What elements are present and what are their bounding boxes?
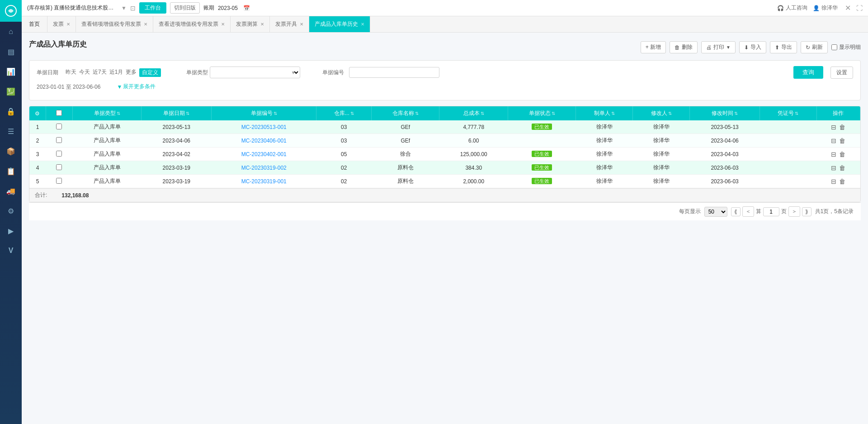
th-date[interactable]: 单据日期⇅ <box>142 106 212 120</box>
set-button[interactable]: 设置 <box>830 67 853 79</box>
select-all-checkbox[interactable] <box>56 110 62 116</box>
th-creator[interactable]: 制单人⇅ <box>576 106 633 120</box>
show-detail-toggle[interactable]: 显示明细 <box>831 43 861 51</box>
dropdown-icon[interactable]: ▼ <box>121 5 127 11</box>
tab-purchase-invoice[interactable]: 查看进项增值税专用发票 ✕ <box>153 16 231 33</box>
import-button[interactable]: ⬇ 导入 <box>739 41 766 53</box>
cell-checkbox-4[interactable] <box>46 161 73 175</box>
tab-open[interactable]: 发票开具 ✕ <box>270 16 309 33</box>
sidebar-item-home[interactable]: ⌂ <box>0 22 22 42</box>
prev-page-button[interactable]: ＜ <box>742 206 754 217</box>
th-number[interactable]: 单据编号⇅ <box>212 106 316 120</box>
th-type[interactable]: 单据类型⇅ <box>73 106 142 120</box>
th-voucher[interactable]: 凭证号⇅ <box>760 106 816 120</box>
cell-checkbox-5[interactable] <box>46 175 73 188</box>
tab-purchase-invoice-close[interactable]: ✕ <box>221 22 225 27</box>
row-checkbox-5[interactable] <box>56 178 62 184</box>
row-checkbox-3[interactable] <box>56 151 62 157</box>
cell-checkbox-2[interactable] <box>46 134 73 148</box>
service-button[interactable]: 🎧 人工咨询 <box>777 4 807 12</box>
cell-checkbox-3[interactable] <box>46 148 73 161</box>
workbench-button[interactable]: 工作台 <box>139 2 166 14</box>
cell-number-4[interactable]: MC-20230319-002 <box>212 161 316 175</box>
export-button[interactable]: ⬆ 导出 <box>770 41 797 53</box>
sidebar-item-list[interactable]: ☰ <box>0 121 22 141</box>
row-checkbox-2[interactable] <box>56 137 62 143</box>
sidebar-item-media[interactable]: ▶ <box>0 221 22 241</box>
new-button[interactable]: + 新增 <box>641 41 666 53</box>
sidebar-item-settings[interactable]: ⚙ <box>0 201 22 221</box>
tab-history[interactable]: 产成品入库单历史 ✕ <box>309 16 370 33</box>
edit-icon-5[interactable]: ⊟ <box>831 178 836 185</box>
window-close-button[interactable]: ✕ <box>845 4 851 12</box>
page-input[interactable] <box>763 207 779 216</box>
print-dropdown-icon[interactable]: ▼ <box>726 45 731 50</box>
cell-number-3[interactable]: MC-20230402-001 <box>212 148 316 161</box>
th-total-cost[interactable]: 总成本⇅ <box>439 106 508 120</box>
tab-sales-invoice[interactable]: 查看销项增值税专用发票 ✕ <box>76 16 153 33</box>
th-settings[interactable]: ⚙ <box>29 106 46 120</box>
cell-number-2[interactable]: MC-20230406-001 <box>212 134 316 148</box>
th-warehouse-name[interactable]: 仓库名称⇅ <box>372 106 439 120</box>
th-modifier[interactable]: 修改人⇅ <box>633 106 690 120</box>
switch-button[interactable]: 切到旧版 <box>170 2 200 14</box>
calendar-icon[interactable]: 📅 <box>243 5 250 11</box>
shortcut-today[interactable]: 今天 <box>79 68 90 77</box>
shortcut-7days[interactable]: 近7天 <box>93 68 107 77</box>
shortcut-1month[interactable]: 近1月 <box>109 68 123 77</box>
copy-icon[interactable]: ⊡ <box>130 5 136 12</box>
shortcut-custom[interactable]: 自定义 <box>139 68 161 77</box>
first-page-button[interactable]: ⟪ <box>731 207 741 216</box>
expand-button[interactable]: ▼ 展开更多条件 <box>117 83 156 91</box>
tab-open-close[interactable]: ✕ <box>300 22 303 27</box>
cell-number-5[interactable]: MC-20230319-001 <box>212 175 316 188</box>
tab-home[interactable]: 首页 <box>22 16 47 33</box>
doc-link-1[interactable]: MC-20230513-001 <box>241 124 287 130</box>
next-page-button[interactable]: ＞ <box>788 206 800 217</box>
query-button[interactable]: 查询 <box>793 66 823 79</box>
last-page-button[interactable]: ⟫ <box>802 207 811 216</box>
delete-icon-4[interactable]: 🗑 <box>839 164 845 172</box>
print-button[interactable]: 🖨 打印 ▼ <box>701 41 736 53</box>
tab-history-close[interactable]: ✕ <box>361 22 364 27</box>
sidebar-item-report[interactable]: 📋 <box>0 161 22 181</box>
number-input[interactable] <box>349 67 439 78</box>
tab-calc[interactable]: 发票测算 ✕ <box>231 16 270 33</box>
sidebar-item-v[interactable]: V <box>0 241 22 261</box>
sidebar-item-box[interactable]: 📦 <box>0 141 22 161</box>
show-detail-checkbox[interactable] <box>831 44 837 50</box>
sidebar-item-truck[interactable]: 🚚 <box>0 181 22 201</box>
th-status[interactable]: 单据状态⇅ <box>508 106 576 120</box>
th-warehouse-code[interactable]: 仓库...⇅ <box>316 106 372 120</box>
tab-calc-close[interactable]: ✕ <box>260 22 264 27</box>
th-modify-time[interactable]: 修改时间⇅ <box>690 106 760 120</box>
edit-icon-1[interactable]: ⊟ <box>831 124 836 131</box>
doc-link-3[interactable]: MC-20230402-001 <box>241 151 287 157</box>
window-maximize-button[interactable]: ⛶ <box>856 5 863 12</box>
doc-link-2[interactable]: MC-20230406-001 <box>241 138 287 144</box>
sidebar-item-invoice[interactable]: ▤ <box>0 42 22 62</box>
cell-number-1[interactable]: MC-20230513-001 <box>212 120 316 134</box>
tab-invoice-close[interactable]: ✕ <box>66 22 70 27</box>
cell-checkbox-1[interactable] <box>46 120 73 134</box>
delete-icon-1[interactable]: 🗑 <box>839 124 845 131</box>
delete-icon-2[interactable]: 🗑 <box>839 137 845 144</box>
delete-button[interactable]: 🗑 删除 <box>670 41 698 53</box>
shortcut-more[interactable]: 更多 <box>126 68 137 77</box>
sidebar-item-finance[interactable]: 💹 <box>0 81 22 101</box>
edit-icon-3[interactable]: ⊟ <box>831 151 836 158</box>
delete-icon-3[interactable]: 🗑 <box>839 151 845 158</box>
row-checkbox-1[interactable] <box>56 124 62 129</box>
sidebar-item-lock[interactable]: 🔒 <box>0 101 22 121</box>
delete-icon-5[interactable]: 🗑 <box>839 178 845 185</box>
edit-icon-2[interactable]: ⊟ <box>831 137 836 144</box>
doc-link-4[interactable]: MC-20230319-002 <box>241 165 287 171</box>
doc-link-5[interactable]: MC-20230319-001 <box>241 178 287 185</box>
row-checkbox-4[interactable] <box>56 164 62 170</box>
type-select[interactable] <box>210 67 300 78</box>
refresh-button[interactable]: ↻ 刷新 <box>801 41 828 53</box>
shortcut-yesterday[interactable]: 昨天 <box>66 68 76 77</box>
user-menu[interactable]: 👤 徐泽华 <box>813 4 838 12</box>
tab-sales-invoice-close[interactable]: ✕ <box>144 22 147 27</box>
tab-invoice[interactable]: 发票 ✕ <box>47 16 76 33</box>
